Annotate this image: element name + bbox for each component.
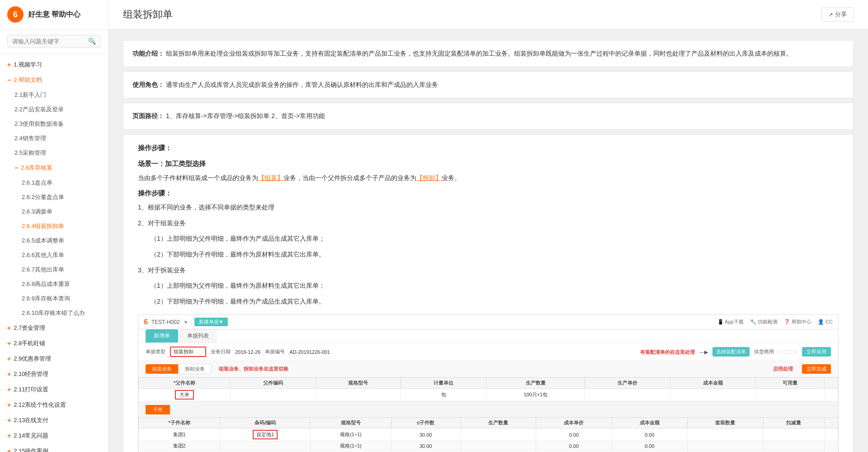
ss-topbar: 6 TEST-H002 ▼ 新建单据▼ 📱 App下载 🔧 功能检测 ❓ 帮助中…: [138, 315, 838, 329]
ss-logo: 6: [144, 318, 148, 326]
search-icon: 🔍: [88, 38, 96, 45]
screenshot-container: 6 TEST-H002 ▼ 新建单据▼ 📱 App下载 🔧 功能检测 ❓ 帮助中…: [138, 314, 839, 452]
ss-apply-btn: 立即采用: [802, 347, 831, 357]
steps-block: 操作步骤： 场景一：加工类型选择 当由多个子件材料组装成一个成品的业务为【组装】…: [123, 134, 854, 452]
collapse-icon: −: [7, 76, 11, 84]
ss-annotation-switch: 组装业务、拆卸业务在这里切换: [219, 366, 288, 372]
sidebar-item-adjust[interactable]: 2.6.3调拨单: [0, 205, 108, 219]
sidebar-item-video[interactable]: + 1.视频学习: [0, 57, 108, 72]
role-label: 使用角色：: [132, 81, 164, 88]
sidebar-item-assembly[interactable]: 2.6.4组装拆卸单: [0, 219, 108, 233]
collapse-icon-inventory: −: [14, 164, 18, 171]
ss-form-area: 单据类型 组装拆卸 业务日期 2019-12-26 单据编号 AD-201912…: [138, 343, 838, 361]
ss-type-field: 组装拆卸: [170, 347, 206, 357]
path-block: 页面路径： 1、库存核算->库存管理->组装拆卸单 2、首页->常用功能: [123, 103, 854, 129]
ss-tab-disassembly: 拆卸业务: [178, 364, 212, 374]
share-icon: ↗: [828, 11, 833, 18]
sidebar-item-docs[interactable]: − 2.帮助文档: [0, 72, 108, 88]
sidebar-item-cases[interactable]: + 2.15操作案例: [0, 443, 108, 452]
ss-new-doc-btn: 新建单据▼: [194, 318, 228, 326]
table-row: 集团1 设定地1 规格(1÷1) 30.00 0.00 0.00: [139, 428, 838, 441]
sidebar-item-mobile[interactable]: + 2.8手机旺铺: [0, 336, 108, 351]
ss-tab-new: 新增单: [146, 329, 178, 343]
sidebar-item-stocktake[interactable]: 2.6.1盘点单: [0, 176, 108, 190]
sidebar-item-cost-calc[interactable]: 2.6.8商品成本重算: [0, 277, 108, 291]
top-bar: 组装拆卸单 ↗ 分享: [108, 0, 868, 29]
scenario1-desc: 当由多个子件材料组装成一个成品的业务为【组装】业务，当由一个父件拆分成多个子产品…: [138, 172, 839, 184]
ss-select-bom-btn: 选择装配清单: [712, 347, 750, 357]
sidebar-item-other-out[interactable]: 2.6.7其他出库单: [0, 262, 108, 277]
ops-title: 操作步骤：: [138, 144, 839, 152]
intro-text: 组装拆卸单用来处理企业组装或拆卸等加工业务，支持有固定装配清单的产品加工业务，也…: [166, 50, 793, 57]
step2-sub1: （1）上部明细为父件明细，最终作为产成品生成其它入库单；: [151, 233, 839, 245]
sidebar-item-coupon[interactable]: + 2.9优惠券管理: [0, 351, 108, 366]
sidebar-item-other-in[interactable]: 2.6.6其他入库单: [0, 248, 108, 262]
ss-confirm-btn: 立即完成: [802, 364, 831, 374]
step3-sub2: （2）下部明细为子件明细，最终作为产成品生成其它入库单。: [151, 295, 839, 308]
expand-icon: +: [7, 61, 11, 68]
nav-tree: + 1.视频学习 − 2.帮助文档 2.1新手入门 2.2产品安装及登录 2.3…: [0, 53, 108, 452]
sidebar-item-ledger-query[interactable]: 2.6.9库存账本查询: [0, 291, 108, 306]
sidebar: 6 好生意 帮助中心 🔍 + 1.视频学习 − 2.帮助文档 2.1新手入门 2…: [0, 0, 108, 452]
sidebar-item-sales[interactable]: 2.4销售管理: [0, 131, 108, 146]
logo-icon: 6: [7, 6, 24, 23]
ss-bottom-table-area: 子件 *子件名称 条码/编码 规格型号 ≤子件数 生产数量 成本单价 成本金额: [138, 401, 838, 452]
logo-text: 好生意 帮助中心: [28, 10, 80, 19]
role-text: 通常由生产人员或库管人员完成折装业务的操作，库管人员确认原材料的出库和产成品的入…: [166, 81, 438, 88]
ss-annotation-enable: 启用处理: [773, 366, 793, 372]
content-area: 功能介绍： 组装拆卸单用来处理企业组装或拆卸等加工业务，支持有固定装配清单的产品…: [108, 29, 868, 452]
main-area: 组装拆卸单 ↗ 分享 功能介绍： 组装拆卸单用来处理企业组装或拆卸等加工业务，支…: [108, 0, 868, 452]
share-button[interactable]: ↗ 分享: [821, 7, 854, 22]
sidebar-item-newcomer[interactable]: 2.1新手入门: [0, 88, 108, 102]
ss-bottom-label: 子件: [146, 405, 170, 414]
table-row: 大米 包 100只×1包: [139, 389, 838, 401]
ss-top-table-area: *父件名称 父件编码 规格型号 计量单位 生产数量 生产单价 成本金额 可用量: [138, 377, 838, 401]
step2-sub2: （2）下部明细为子件明细，最终作为原材料生成其它出库单。: [151, 248, 839, 261]
ss-company: TEST-H002: [151, 319, 180, 325]
search-input[interactable]: [12, 38, 88, 45]
scenario1-title: 场景一：加工类型选择: [138, 160, 839, 168]
ss-tab-assembly: 组装业务: [146, 364, 178, 374]
ss-top-table: *父件名称 父件编码 规格型号 计量单位 生产数量 生产单价 成本金额 可用量: [138, 377, 838, 401]
ss-type-tabs: 组装业务 拆卸业务 组装业务、拆卸业务在这里切换 启用处理 立即完成: [138, 361, 838, 377]
ops-steps-title: 操作步骤：: [138, 189, 839, 198]
search-box[interactable]: 🔍: [7, 35, 101, 48]
ss-partner-field: [778, 351, 797, 353]
ss-annotation-bom: 有装配清单的在这里处理: [640, 349, 695, 355]
sidebar-item-finance[interactable]: + 2.7资金管理: [0, 320, 108, 336]
path-text: 1、库存核算->库存管理->组装拆卸单 2、首页->常用功能: [166, 112, 325, 119]
intro-label: 功能介绍：: [132, 50, 164, 57]
step3-sub1: （1）上部明细为父件明细，最终作为原材料生成其它出库单；: [151, 280, 839, 292]
sidebar-item-purchase[interactable]: 2.5采购管理: [0, 146, 108, 160]
role-block: 使用角色： 通常由生产人员或库管人员完成折装业务的操作，库管人员确认原材料的出库…: [123, 71, 854, 98]
sidebar-item-data-prep[interactable]: 2.3使用前数据准备: [0, 117, 108, 131]
table-row: 集团2 规格(1÷1) 30.00 0.00 0.00: [139, 441, 838, 451]
step2: 2、对于组装业务: [138, 217, 839, 229]
step1: 1、根据不同的业务，选择不同单据的类型来处理: [138, 201, 839, 214]
sidebar-item-online-pay[interactable]: + 2.13在线支付: [0, 413, 108, 428]
ss-bottom-table: *子件名称 条码/编码 规格型号 ≤子件数 生产数量 成本单价 成本金额 套装数…: [138, 417, 838, 452]
path-label: 页面路径：: [132, 112, 164, 119]
sidebar-item-ops[interactable]: + 2.10经营管理: [0, 366, 108, 382]
ss-tab-row: 新增单 单据列表: [138, 329, 838, 343]
intro-block: 功能介绍： 组装拆卸单用来处理企业组装或拆卸等加工业务，支持有固定装配清单的产品…: [123, 40, 854, 67]
search-area: 🔍: [0, 29, 108, 53]
page-title: 组装拆卸单: [123, 8, 173, 21]
sidebar-item-install[interactable]: 2.2产品安装及登录: [0, 102, 108, 117]
sidebar-item-cost-adjust[interactable]: 2.6.5成本调整单: [0, 233, 108, 248]
ss-tab-list: 单据列表: [179, 329, 217, 343]
sidebar-item-inventory[interactable]: − 2.6库存核算: [0, 160, 108, 176]
logo-area: 6 好生意 帮助中心: [0, 0, 108, 29]
sidebar-item-faq[interactable]: + 2.14常见问题: [0, 428, 108, 443]
sidebar-item-print[interactable]: + 2.11打印设置: [0, 382, 108, 397]
sidebar-item-split-stocktake[interactable]: 2.6.2分量盘点单: [0, 190, 108, 205]
step3: 3、对于拆装业务: [138, 264, 839, 276]
sidebar-item-personalize[interactable]: + 2.12系统个性化设置: [0, 397, 108, 413]
sidebar-item-ledger-error[interactable]: 2.6.10库存账本错了么办: [0, 306, 108, 320]
ss-topbar-right: 📱 App下载 🔧 功能检测 ❓ 帮助中心 👤 CC: [717, 319, 833, 325]
